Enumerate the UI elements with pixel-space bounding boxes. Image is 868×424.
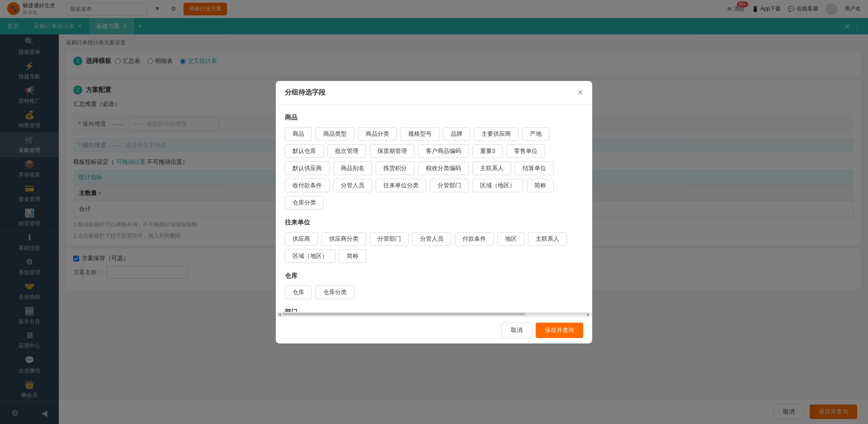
modal-horizontal-scroll[interactable]: ◀ ▶ [276, 312, 592, 317]
field-tag-supplier[interactable]: 供应商 [285, 232, 318, 246]
modal: 分组待选字段 ✕ 商品 商品 商品类型 商品分类 规格型号 品牌 主要供应商 产… [276, 81, 592, 343]
field-tag-manage-dept[interactable]: 分管部门 [430, 179, 469, 192]
field-tags-goods: 商品 商品类型 商品分类 规格型号 品牌 主要供应商 产地 默认仓库 批次管理 … [285, 127, 583, 210]
field-tag-region[interactable]: 区域（地区） [472, 179, 523, 192]
field-tag-supplier-category[interactable]: 供应商分类 [321, 232, 366, 246]
field-tag-warehouse-category[interactable]: 仓库分类 [285, 196, 324, 210]
field-tag-partner-short-name[interactable]: 简称 [339, 249, 366, 263]
field-tag-warehouse[interactable]: 仓库 [285, 286, 312, 299]
field-tag-settle-unit[interactable]: 结算单位 [515, 162, 554, 175]
field-tag-manager-staff[interactable]: 分管人员 [333, 179, 372, 192]
field-tags-partner: 供应商 供应商分类 分管部门 分管人员 付款条件 地区 主联系人 区域（地区） … [285, 232, 583, 263]
field-tag-partner-region[interactable]: 区域（地区） [285, 249, 335, 263]
field-tag-area[interactable]: 地区 [497, 232, 524, 246]
modal-title: 分组待选字段 [285, 88, 326, 97]
field-tag-brand[interactable]: 品牌 [443, 127, 470, 141]
field-group-dept-title: 部门 [285, 308, 583, 312]
field-tag-origin[interactable]: 产地 [522, 127, 549, 141]
field-group-partner-title: 往来单位 [285, 219, 583, 227]
field-tag-partner-dept[interactable]: 分管部门 [370, 232, 409, 246]
field-tag-goods-type[interactable]: 商品类型 [316, 127, 354, 141]
scroll-track[interactable] [282, 313, 586, 315]
field-tag-main-contact[interactable]: 主联系人 [472, 162, 511, 175]
modal-close-button[interactable]: ✕ [577, 88, 583, 97]
field-tag-warehouse-cat[interactable]: 仓库分类 [316, 286, 354, 299]
field-group-goods: 商品 商品 商品类型 商品分类 规格型号 品牌 主要供应商 产地 默认仓库 批次… [285, 114, 583, 210]
field-tag-tax-code[interactable]: 税收分类编码 [418, 162, 469, 175]
field-tag-goods-category[interactable]: 商品分类 [358, 127, 397, 141]
field-tag-payment-terms[interactable]: 收付款条件 [285, 179, 330, 192]
modal-confirm-button[interactable]: 保存并查询 [536, 323, 583, 338]
field-tag-partner-manager[interactable]: 分管人员 [412, 232, 451, 246]
field-tag-default-supplier[interactable]: 默认供应商 [285, 162, 330, 175]
field-tags-warehouse: 仓库 仓库分类 [285, 286, 583, 299]
field-tag-payment-condition[interactable]: 付款条件 [455, 232, 494, 246]
field-tag-batch-manage[interactable]: 批次管理 [327, 144, 366, 158]
field-group-goods-title: 商品 [285, 114, 583, 122]
modal-footer: 取消 保存并查询 [276, 317, 592, 343]
modal-body: 商品 商品 商品类型 商品分类 规格型号 品牌 主要供应商 产地 默认仓库 批次… [276, 105, 592, 312]
field-tag-goods[interactable]: 商品 [285, 127, 312, 141]
field-tag-retail-unit[interactable]: 零售单位 [506, 144, 545, 158]
field-tag-weight3[interactable]: 重量3 [472, 144, 503, 158]
field-tag-short-name[interactable]: 简称 [527, 179, 554, 192]
field-group-partner: 往来单位 供应商 供应商分类 分管部门 分管人员 付款条件 地区 主联系人 区域… [285, 219, 583, 263]
field-tag-customer-code[interactable]: 客户商品编码 [418, 144, 469, 158]
modal-header: 分组待选字段 ✕ [276, 81, 592, 105]
field-tag-main-supplier[interactable]: 主要供应商 [474, 127, 519, 141]
field-tag-goods-alias[interactable]: 商品别名 [333, 162, 372, 175]
field-group-dept: 部门 部门 [285, 308, 583, 312]
field-tag-partner-contact[interactable]: 主联系人 [528, 232, 567, 246]
field-group-warehouse-title: 仓库 [285, 272, 583, 280]
scroll-right-arrow[interactable]: ▶ [587, 312, 590, 317]
field-tag-quality-manage[interactable]: 保质期管理 [370, 144, 415, 158]
field-tag-pick-points[interactable]: 拣货积分 [376, 162, 415, 175]
field-tag-partner-category[interactable]: 往来单位分类 [376, 179, 426, 192]
field-tag-spec-model[interactable]: 规格型号 [401, 127, 439, 141]
field-group-warehouse: 仓库 仓库 仓库分类 [285, 272, 583, 299]
scroll-left-arrow[interactable]: ◀ [278, 312, 281, 317]
scroll-thumb [282, 313, 525, 315]
modal-cancel-button[interactable]: 取消 [501, 323, 532, 338]
modal-overlay[interactable]: 分组待选字段 ✕ 商品 商品 商品类型 商品分类 规格型号 品牌 主要供应商 产… [0, 0, 868, 424]
field-tag-default-warehouse[interactable]: 默认仓库 [285, 144, 324, 158]
